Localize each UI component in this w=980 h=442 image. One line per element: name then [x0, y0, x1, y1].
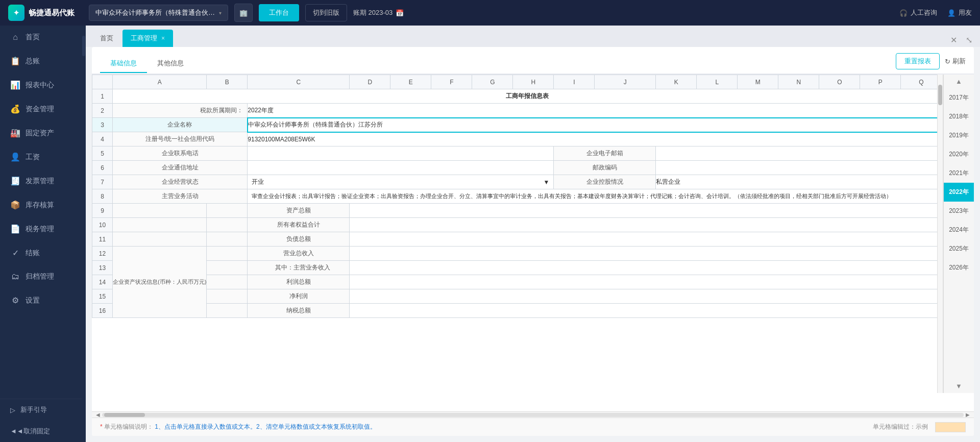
sidebar-item-ledger[interactable]: 📋 总账 [0, 49, 86, 73]
sidebar-item-settings[interactable]: ⚙ 设置 [0, 288, 86, 312]
year-2024[interactable]: 2024年 [944, 220, 974, 239]
sidebar-item-filing[interactable]: 🗂 归档管理 [0, 265, 86, 288]
cell-5-label1: 企业联系电话 [113, 146, 248, 161]
year-up-button[interactable]: ▲ [944, 75, 974, 88]
cell-13-label: 其中：主营业务收入 [248, 261, 350, 275]
cell-7-value2[interactable]: 私营企业 [656, 175, 937, 189]
switch-old-version-button[interactable]: 切到旧版 [305, 4, 347, 21]
reset-report-button[interactable]: 重置报表 [896, 53, 940, 69]
year-2021[interactable]: 2021年 [944, 164, 974, 183]
scroll-thumb[interactable] [104, 413, 145, 417]
sidebar-item-ledger-label: 总账 [26, 57, 40, 66]
ledger-icon: 📋 [10, 56, 20, 66]
cell-5-value1[interactable] [248, 146, 554, 161]
window-controls: ✕ ⤡ [942, 30, 980, 50]
year-2026[interactable]: 2026年 [944, 258, 974, 277]
table-row: 13 其中：主营业务收入 [92, 261, 938, 275]
sidebar-item-tax[interactable]: 📄 税务管理 [0, 217, 86, 241]
cell-11-empty-b [207, 232, 248, 247]
cell-12-group-label: 企业资产状况信息(币种：人民币万元) [113, 247, 207, 318]
spreadsheet-wrapper[interactable]: A B C D E F G H I J K L [92, 75, 937, 411]
cell-15-value[interactable] [350, 289, 937, 304]
table-row: 9 资产总额 [92, 204, 938, 218]
cell-5-value2[interactable] [656, 146, 937, 161]
sidebar-item-home-label: 首页 [26, 33, 40, 42]
sidebar-item-salary[interactable]: 👤 工资 [0, 145, 86, 169]
refresh-button[interactable]: ↻ 刷新 [945, 57, 966, 66]
year-2025[interactable]: 2025年 [944, 239, 974, 258]
maximize-window-button[interactable]: ⤡ [962, 33, 976, 47]
newbie-icon: ▷ [10, 406, 15, 414]
year-2023[interactable]: 2023年 [944, 202, 974, 220]
year-2022[interactable]: 2022年 [944, 183, 974, 202]
sidebar-item-finance[interactable]: 💰 资金管理 [0, 97, 86, 121]
cell-16-empty-b [207, 304, 248, 318]
tab-gongshang[interactable]: 工商管理 × [122, 30, 173, 47]
tab-close-icon[interactable]: × [161, 35, 165, 42]
cell-9-value[interactable] [350, 204, 937, 218]
year-2017[interactable]: 2017年 [944, 88, 974, 107]
table-row: 1 工商年报信息表 [92, 89, 938, 104]
cell-14-value[interactable] [350, 275, 937, 289]
sidebar: ⌂ 首页 📋 总账 📊 报表中心 💰 资金管理 🏭 固定资产 👤 工资 🧾 发票… [0, 26, 86, 442]
col-f: F [431, 75, 472, 89]
sidebar-item-inventory-label: 库存核算 [26, 201, 54, 210]
tab-home[interactable]: 首页 [92, 30, 121, 47]
scroll-track[interactable] [102, 413, 964, 417]
col-j: J [595, 75, 656, 89]
scroll-right-arrow[interactable]: ▶ [964, 412, 972, 418]
vertical-scrollbar[interactable] [937, 75, 943, 393]
cell-13-value[interactable] [350, 261, 937, 275]
tab-basic-info[interactable]: 基础信息 [100, 55, 147, 73]
newbie-guide[interactable]: ▷ 新手引导 [0, 399, 86, 421]
hint-blue: 1、点击单元格直接录入数值或文本。2、清空单元格数值或文本恢复系统初取值。 [155, 423, 376, 430]
finance-icon: 💰 [10, 104, 20, 114]
sidebar-item-invoice[interactable]: 🧾 发票管理 [0, 169, 86, 193]
sheet-title-cell[interactable]: 工商年报信息表 [113, 89, 938, 104]
scroll-left-arrow[interactable]: ◀ [94, 412, 102, 418]
content-area: 首页 工商管理 × ✕ ⤡ 基础信息 其他信息 重置报表 ↻ 刷新 [86, 26, 980, 442]
workbench-button[interactable]: 工作台 [259, 4, 299, 21]
sidebar-item-report[interactable]: 📊 报表中心 [0, 73, 86, 97]
year-2018[interactable]: 2018年 [944, 107, 974, 126]
year-down-button[interactable]: ▼ [944, 379, 974, 393]
row-num-7: 7 [92, 175, 113, 189]
sidebar-item-close-account-label: 结账 [26, 249, 40, 258]
cell-2-value[interactable]: 2022年度 [248, 104, 937, 118]
cell-4-value[interactable]: 91320100MA208E5W6K [248, 132, 937, 146]
company-selector[interactable]: 中审众环会计师事务所（特殊普通合伙… ▾ [89, 5, 228, 21]
table-row: 5 企业联系电话 企业电子邮箱 [92, 146, 938, 161]
newbie-label: 新手引导 [20, 405, 47, 414]
cell-12-value[interactable] [350, 247, 937, 261]
cell-3-value[interactable]: 中审众环会计师事务所（特殊普通合伙）江苏分所 [248, 118, 937, 132]
cell-11-value[interactable] [350, 232, 937, 247]
tab-other-info[interactable]: 其他信息 [147, 55, 194, 73]
user-area[interactable]: 👤 用友 [947, 8, 972, 17]
cell-6-value2[interactable] [656, 161, 937, 175]
cell-8-value[interactable]: 审查企业会计报表；出具审计报告；验证企业资本；出具验资报告；办理企业合开、分立、… [248, 189, 937, 204]
row-num-15: 15 [92, 289, 113, 304]
cell-9-empty-b [207, 204, 248, 218]
year-2020[interactable]: 2020年 [944, 145, 974, 164]
cell-16-value[interactable] [350, 304, 937, 318]
logo-area: ✦ 畅捷通易代账 [8, 5, 75, 21]
year-2019[interactable]: 2019年 [944, 126, 974, 145]
cell-10-value[interactable] [350, 218, 937, 232]
period-area: 账期 2023-03 📅 [353, 8, 404, 17]
sidebar-item-home[interactable]: ⌂ 首页 [0, 26, 86, 49]
unpin-btn[interactable]: ◄◄取消固定 [0, 421, 86, 442]
row-num-2: 2 [92, 104, 113, 118]
sidebar-item-close-account[interactable]: ✓ 结账 [0, 241, 86, 265]
sidebar-item-inventory[interactable]: 📦 库存核算 [0, 193, 86, 217]
cell-7-value1[interactable]: 开业▼ [248, 175, 554, 189]
sidebar-item-asset[interactable]: 🏭 固定资产 [0, 121, 86, 145]
consult-button[interactable]: 🎧 人工咨询 [899, 8, 937, 17]
headset-icon: 🎧 [899, 9, 908, 17]
cell-6-value1[interactable] [248, 161, 554, 175]
row-num-13: 13 [92, 261, 113, 275]
horizontal-scrollbar[interactable]: ◀ ▶ [92, 411, 974, 418]
col-b: B [207, 75, 248, 89]
cell-12-sub-label: 营业总收入 [248, 247, 350, 261]
company-icon-btn[interactable]: 🏢 [234, 4, 253, 22]
close-window-button[interactable]: ✕ [946, 33, 961, 47]
